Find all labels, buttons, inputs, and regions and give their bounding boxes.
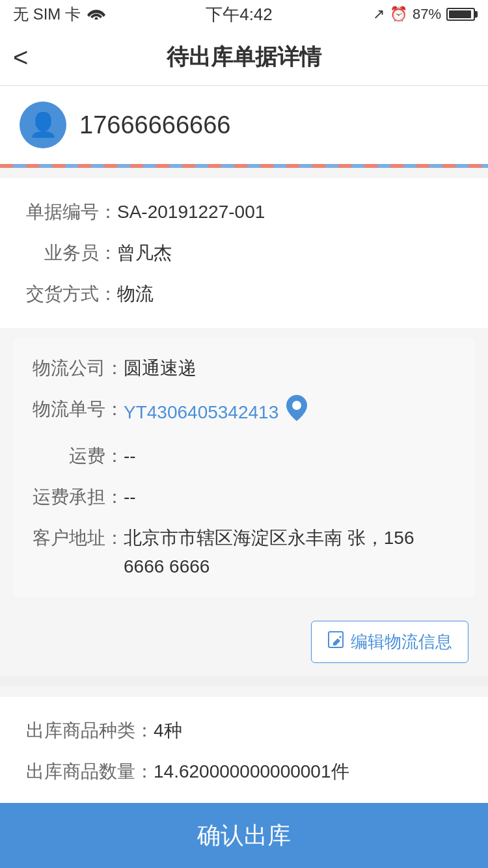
edit-logistics-label: 编辑物流信息	[351, 631, 452, 653]
salesman-row: 业务员： 曾凡杰	[26, 239, 462, 268]
logistics-company-row: 物流公司： 圆通速递	[33, 354, 455, 383]
avatar-icon: 👤	[29, 111, 58, 139]
wifi-icon	[87, 5, 105, 23]
confirm-button[interactable]: 确认出库	[0, 803, 488, 868]
dashed-divider	[0, 164, 488, 168]
address-row: 客户地址： 北京市市辖区海淀区永丰南 张，156 6666 6666	[33, 524, 455, 582]
goods-quantity-row: 出库商品数量： 14.620000000000001件	[26, 757, 462, 787]
customer-header: 👤 17666666666	[0, 86, 488, 164]
tracking-row: 物流单号： YT4306405342413	[33, 395, 455, 430]
doc-number-row: 单据编号： SA-20191227-001	[26, 198, 462, 227]
salesman-value: 曾凡杰	[117, 239, 462, 268]
back-button[interactable]: <	[13, 44, 28, 70]
status-left: 无 SIM 卡	[13, 4, 105, 25]
status-time: 下午4:42	[206, 3, 273, 26]
svg-point-1	[292, 401, 301, 410]
location-icon: ↗	[373, 6, 385, 23]
edit-icon	[327, 631, 346, 653]
logistics-company-value: 圆通速递	[124, 354, 455, 383]
salesman-label: 业务员：	[26, 239, 117, 268]
alarm-icon: ⏰	[390, 6, 407, 23]
freight-label: 运费：	[33, 442, 124, 471]
freight-bearer-label: 运费承担：	[33, 483, 124, 512]
nav-bar: < 待出库单据详情	[0, 29, 488, 86]
goods-section: 出库商品种类： 4种 出库商品数量： 14.620000000000001件	[0, 697, 488, 806]
address-label: 客户地址：	[33, 524, 124, 553]
goods-category-value: 4种	[154, 716, 462, 746]
freight-value: --	[124, 442, 455, 471]
status-right: ↗ ⏰ 87%	[373, 6, 475, 23]
carrier-label: 无 SIM 卡	[13, 4, 81, 25]
freight-row: 运费： --	[33, 442, 455, 471]
tracking-label: 物流单号：	[33, 395, 124, 424]
doc-number-value: SA-20191227-001	[117, 198, 462, 227]
battery-percent: 87%	[413, 6, 441, 23]
goods-category-row: 出库商品种类： 4种	[26, 716, 462, 746]
basic-info-section: 单据编号： SA-20191227-001 业务员： 曾凡杰 交货方式： 物流	[0, 178, 488, 328]
status-bar: 无 SIM 卡 下午4:42 ↗ ⏰ 87%	[0, 0, 488, 29]
customer-phone: 17666666666	[79, 111, 230, 139]
delivery-row: 交货方式： 物流	[26, 280, 462, 309]
delivery-label: 交货方式：	[26, 280, 117, 309]
svg-point-0	[95, 18, 98, 20]
goods-quantity-label: 出库商品数量：	[26, 757, 154, 787]
edit-logistics-button[interactable]: 编辑物流信息	[311, 621, 468, 663]
battery-icon	[446, 8, 475, 21]
page-title: 待出库单据详情	[167, 42, 321, 72]
logistics-card: 物流公司： 圆通速递 物流单号： YT4306405342413 运费： -- …	[13, 338, 475, 597]
edit-logistics-area: 编辑物流信息	[0, 608, 488, 676]
avatar: 👤	[20, 102, 66, 148]
freight-bearer-row: 运费承担： --	[33, 483, 455, 512]
confirm-label: 确认出库	[197, 820, 291, 852]
freight-bearer-value: --	[124, 483, 455, 512]
address-value: 北京市市辖区海淀区永丰南 张，156 6666 6666	[124, 524, 455, 582]
doc-number-label: 单据编号：	[26, 198, 117, 227]
goods-quantity-value: 14.620000000000001件	[154, 757, 462, 787]
delivery-value: 物流	[117, 280, 462, 309]
section-divider-1	[0, 676, 488, 686]
logistics-company-label: 物流公司：	[33, 354, 124, 383]
tracking-value: YT4306405342413	[124, 395, 455, 430]
location-pin-icon[interactable]	[286, 395, 307, 430]
goods-category-label: 出库商品种类：	[26, 716, 154, 746]
